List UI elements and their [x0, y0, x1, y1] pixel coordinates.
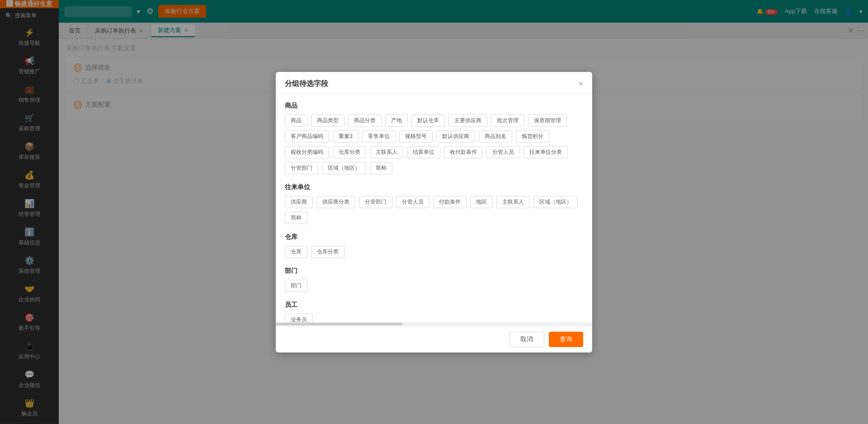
field-tag-default-supplier[interactable]: 默认供应商 — [436, 130, 475, 143]
field-tag-payment-condition[interactable]: 付款条件 — [433, 196, 467, 208]
modal-overlay: 分组待选字段 × 商品 商品 商品类型 商品分类 产地 默认仓库 主要供应商 — [59, 0, 868, 424]
modal-body[interactable]: 商品 商品 商品类型 商品分类 产地 默认仓库 主要供应商 批次管理 保质期管理… — [276, 95, 592, 322]
field-tag-warehouse-cat[interactable]: 仓库分类 — [311, 246, 344, 258]
field-tag-product-category[interactable]: 商品分类 — [348, 114, 382, 127]
field-tag-weight3[interactable]: 重量3 — [333, 130, 359, 143]
modal-title: 分组待选字段 — [285, 79, 328, 89]
field-tag-tax-code[interactable]: 税收分类编码 — [285, 146, 329, 158]
counterpart-section: 往来单位 供应商 供应商分类 分管部门 分管人员 付款条件 地区 主联系人 区域… — [285, 183, 583, 224]
field-tag-supervisor[interactable]: 分管人员 — [486, 146, 520, 158]
field-tag-main-contact2[interactable]: 主联系人 — [496, 196, 530, 208]
product-section: 商品 商品 商品类型 商品分类 产地 默认仓库 主要供应商 批次管理 保质期管理… — [285, 102, 583, 174]
counterpart-field-tags: 供应商 供应商分类 分管部门 分管人员 付款条件 地区 主联系人 区域（地区） … — [285, 196, 583, 224]
field-tag-area[interactable]: 地区 — [470, 196, 493, 208]
field-tag-product-alias[interactable]: 商品别名 — [479, 130, 512, 143]
modal-horizontal-scrollbar[interactable] — [276, 322, 592, 326]
department-section-title: 部门 — [285, 267, 583, 275]
field-tag-abbr2[interactable]: 简称 — [285, 212, 307, 224]
field-tag-quality-period[interactable]: 保质期管理 — [528, 114, 567, 127]
field-tag-supervisor2[interactable]: 分管人员 — [396, 196, 429, 208]
field-tag-region2[interactable]: 区域（地区） — [533, 196, 578, 208]
warehouse-field-tags: 仓库 仓库分类 — [285, 246, 583, 258]
employee-field-tags: 业务员 — [285, 314, 583, 322]
field-tag-retail-unit[interactable]: 零售单位 — [362, 130, 396, 143]
field-tag-salesman[interactable]: 业务员 — [285, 314, 313, 322]
counterpart-section-title: 往来单位 — [285, 183, 583, 191]
field-tag-spec-model[interactable]: 规格型号 — [399, 130, 433, 143]
product-section-title: 商品 — [285, 102, 583, 110]
modal-header: 分组待选字段 × — [276, 72, 592, 95]
field-tag-main-contact[interactable]: 主联系人 — [370, 146, 403, 158]
field-tag-abbr[interactable]: 简称 — [370, 162, 392, 174]
field-tag-warehouse-category[interactable]: 仓库分类 — [333, 146, 366, 158]
field-tag-settlement-unit[interactable]: 结算单位 — [407, 146, 440, 158]
field-tag-main-supplier[interactable]: 主要供应商 — [448, 114, 487, 127]
field-tag-supplier[interactable]: 供应商 — [285, 196, 313, 208]
department-field-tags: 部门 — [285, 280, 583, 292]
department-section: 部门 部门 — [285, 267, 583, 292]
field-tag-origin[interactable]: 产地 — [385, 114, 408, 127]
modal-hscroll-thumb — [276, 323, 402, 325]
field-select-modal: 分组待选字段 × 商品 商品 商品类型 商品分类 产地 默认仓库 主要供应商 — [276, 72, 592, 353]
confirm-button[interactable]: 查询 — [549, 332, 583, 347]
field-tag-payment-terms[interactable]: 收付款条件 — [444, 146, 483, 158]
field-tag-refine-points[interactable]: 炼货积分 — [516, 130, 549, 143]
product-field-tags: 商品 商品类型 商品分类 产地 默认仓库 主要供应商 批次管理 保质期管理 客户… — [285, 114, 583, 174]
modal-footer: 取消 查询 — [276, 326, 592, 353]
field-tag-product[interactable]: 商品 — [285, 114, 307, 127]
field-tag-warehouse[interactable]: 仓库 — [285, 246, 307, 258]
field-tag-dept2[interactable]: 分管部门 — [359, 196, 392, 208]
employee-section-title: 员工 — [285, 301, 583, 309]
field-tag-supplier-category[interactable]: 供应商分类 — [316, 196, 355, 208]
field-tag-region[interactable]: 区域（地区） — [322, 162, 366, 174]
field-tag-dept-in-charge[interactable]: 分管部门 — [285, 162, 318, 174]
field-tag-counterpart-category[interactable]: 往来单位分类 — [524, 146, 568, 158]
employee-section: 员工 业务员 — [285, 301, 583, 322]
main-area: ▾ ⚙ 体验行业方案 🔔 99+ App下载 在线客服 👤 ▾ 首页 采购订单执… — [59, 0, 868, 424]
field-tag-batch-mgmt[interactable]: 批次管理 — [491, 114, 524, 127]
warehouse-section: 仓库 仓库 仓库分类 — [285, 233, 583, 258]
field-tag-product-type[interactable]: 商品类型 — [311, 114, 344, 127]
field-tag-default-warehouse[interactable]: 默认仓库 — [411, 114, 445, 127]
warehouse-section-title: 仓库 — [285, 233, 583, 241]
field-tag-customer-product-code[interactable]: 客户商品编码 — [285, 130, 329, 143]
cancel-button[interactable]: 取消 — [509, 332, 544, 347]
field-tag-department[interactable]: 部门 — [285, 280, 307, 292]
modal-close-btn[interactable]: × — [578, 79, 583, 89]
